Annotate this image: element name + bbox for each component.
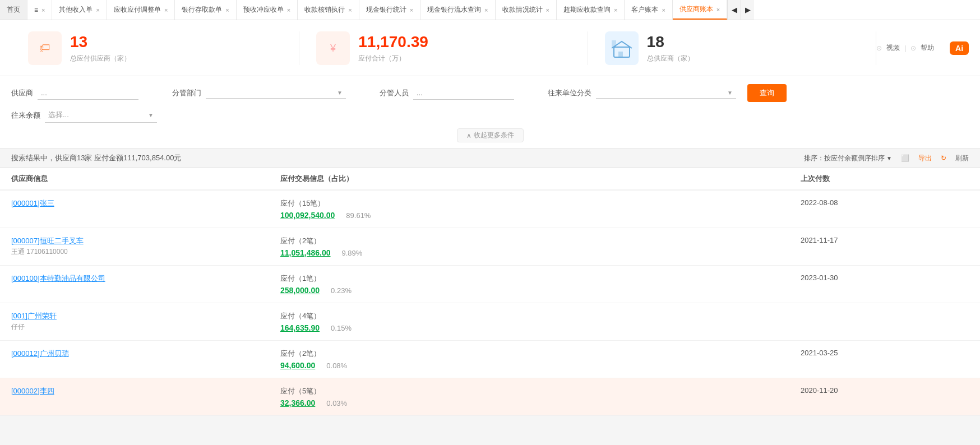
data-table: 供应商信息 应付交易信息（占比） 上次付数 [000001]张三 应付（15笔）… <box>0 168 980 416</box>
sort-chevron-icon: ▼ <box>886 155 892 161</box>
filter-row-2: 往来余额 选择... ▼ <box>11 108 969 123</box>
table-header: 供应商信息 应付交易信息（占比） 上次付数 <box>0 168 980 191</box>
supplier-info-cell: [000007]恒旺二手叉车 王通 17106110000 <box>11 236 280 257</box>
txn-amount[interactable]: 164,635.90 <box>280 323 320 332</box>
category-chevron-icon: ▼ <box>727 90 733 96</box>
dept-filter-select[interactable]: ▼ <box>206 87 346 99</box>
export-button[interactable]: 导出 <box>918 154 932 163</box>
nav-home[interactable]: 首页 <box>0 0 27 20</box>
transaction-cell: 应付（15笔） 100,092,540.00 89.61% <box>280 198 801 220</box>
balance-chevron-icon: ▼ <box>148 112 154 118</box>
sort-label[interactable]: 排序：按应付余额倒序排序 ▼ <box>804 154 892 163</box>
category-filter-label: 往来单位分类 <box>548 88 591 98</box>
svg-text:¥: ¥ <box>330 43 336 54</box>
transaction-cell: 应付（2笔） 94,600.00 0.08% <box>280 349 801 370</box>
nav-supplier-ledger[interactable]: 供应商账本 × <box>673 0 727 20</box>
table-row: [000100]本特勤油品有限公司 应付（1笔） 258,000.00 0.23… <box>0 266 980 303</box>
supplier-icon: 🏷 <box>28 31 62 65</box>
person-filter-label: 分管人员 <box>380 88 409 98</box>
balance-placeholder: 选择... <box>48 110 148 120</box>
dept-filter-label: 分管部门 <box>172 88 201 98</box>
total-suppliers-label: 总供应商（家） <box>647 54 694 63</box>
nav-receipt-stat[interactable]: 收款情况统计 × <box>496 0 557 20</box>
txn-amount[interactable]: 32,366.00 <box>280 398 315 407</box>
person-filter-input[interactable] <box>413 86 514 100</box>
supplier-link[interactable]: [000007]恒旺二手叉车 <box>11 236 280 246</box>
refresh-button[interactable]: 刷新 <box>955 154 969 163</box>
result-bar: 搜索结果中，供应商13家 应付金额111,703,854.00元 排序：按应付余… <box>0 149 980 168</box>
filter-category: 往来单位分类 ▼ <box>548 87 736 99</box>
nav-bank-deposit[interactable]: 银行存取款单 × <box>175 0 236 20</box>
supplier-sub: 仔仔 <box>11 322 280 332</box>
store-icon <box>605 31 639 65</box>
svg-text:🏷: 🏷 <box>39 41 50 54</box>
nav-prepay-offset[interactable]: 预收冲应收单 × <box>237 0 298 20</box>
help-link[interactable]: 帮助 <box>921 43 934 53</box>
nav-menu[interactable]: ≡ × <box>27 0 52 20</box>
svg-rect-6 <box>618 52 623 57</box>
filter-balance: 往来余额 选择... ▼ <box>11 108 157 123</box>
supplier-filter-label: 供应商 <box>11 88 33 98</box>
dept-chevron-icon: ▼ <box>337 90 343 96</box>
txn-pct: 89.61% <box>346 211 371 220</box>
col-supplier-info: 供应商信息 <box>11 174 280 184</box>
txn-amount[interactable]: 100,092,540.00 <box>280 211 335 220</box>
supplier-link[interactable]: [000100]本特勤油品有限公司 <box>11 274 280 284</box>
last-pay-cell: 2021-03-25 <box>801 349 969 357</box>
payable-total-label: 应付合计（万） <box>358 54 428 63</box>
filter-supplier: 供应商 <box>11 86 138 100</box>
last-pay-cell: 2023-01-30 <box>801 274 969 282</box>
summary-bar: 🏷 13 总应付供应商（家） ¥ 11,170.39 应付合计（万） <box>0 20 980 76</box>
nav-cash-bank-stat[interactable]: 现金银行统计 × <box>359 0 420 20</box>
nav-overdue-ar[interactable]: 超期应收款查询 × <box>557 0 625 20</box>
category-filter-select[interactable]: ▼ <box>596 87 736 99</box>
summary-card-payable-total: ¥ 11,170.39 应付合计（万） <box>299 31 588 65</box>
balance-filter-label: 往来余额 <box>11 110 40 120</box>
txn-amount[interactable]: 94,600.00 <box>280 361 315 370</box>
transaction-cell: 应付（4笔） 164,635.90 0.15% <box>280 311 801 332</box>
chevron-up-icon: ∧ <box>466 132 471 140</box>
nav-other-income[interactable]: 其他收入单 × <box>52 0 107 20</box>
filter-area: 供应商 分管部门 ▼ 分管人员 往来单位分类 ▼ 查询 往来余额 选择 <box>0 76 980 149</box>
nav-receipt-exec[interactable]: 收款核销执行 × <box>298 0 359 20</box>
table-row: [000007]恒旺二手叉车 王通 17106110000 应付（2笔） 11,… <box>0 228 980 266</box>
supplier-link[interactable]: [000012]广州贝瑞 <box>11 349 280 359</box>
supplier-filter-input[interactable] <box>38 86 138 100</box>
collapse-button[interactable]: ∧ 收起更多条件 <box>457 128 524 142</box>
nav-cash-bank-flow[interactable]: 现金银行流水查询 × <box>420 0 495 20</box>
last-pay-cell: 2020-11-20 <box>801 386 969 395</box>
video-link[interactable]: 视频 <box>886 43 900 53</box>
query-button[interactable]: 查询 <box>747 84 787 102</box>
circle-icon: ⊙ <box>876 44 882 52</box>
nav-prev-arrow[interactable]: ◀ <box>727 0 741 20</box>
txn-pct: 0.03% <box>326 399 347 407</box>
txn-label: 应付（5笔） <box>280 386 801 396</box>
supplier-link[interactable]: [000002]李四 <box>11 386 280 396</box>
right-actions: 排序：按应付余额倒序排序 ▼ ⬜ 导出 ↻ 刷新 <box>804 154 969 163</box>
txn-pct: 0.15% <box>331 324 352 332</box>
export-icon: ⬜ <box>901 154 909 162</box>
result-text: 搜索结果中，供应商13家 应付金额111,703,854.00元 <box>11 153 181 163</box>
balance-filter-select[interactable]: 选择... ▼ <box>45 108 157 123</box>
txn-amount[interactable]: 258,000.00 <box>280 286 320 295</box>
ai-badge[interactable]: Ai <box>950 41 969 55</box>
txn-amount[interactable]: 11,051,486.00 <box>280 248 331 257</box>
total-suppliers-number: 18 <box>647 33 694 52</box>
nav-ar-ap-adjust[interactable]: 应收应付调整单 × <box>107 0 175 20</box>
supplier-info-cell: [000002]李四 <box>11 386 280 396</box>
summary-card-payable-suppliers: 🏷 13 总应付供应商（家） <box>11 31 299 65</box>
nav-next-arrow[interactable]: ▶ <box>741 0 754 20</box>
txn-label: 应付（1笔） <box>280 274 801 284</box>
supplier-link[interactable]: [000001]张三 <box>11 198 280 208</box>
col-transaction-info: 应付交易信息（占比） <box>280 174 801 184</box>
table-row: [000012]广州贝瑞 应付（2笔） 94,600.00 0.08% 2021… <box>0 341 980 378</box>
circle-icon2: ⊙ <box>910 44 916 52</box>
filter-row-1: 供应商 分管部门 ▼ 分管人员 往来单位分类 ▼ 查询 <box>11 84 969 102</box>
filter-dept: 分管部门 ▼ <box>172 87 346 99</box>
table-row: [000001]张三 应付（15笔） 100,092,540.00 89.61%… <box>0 191 980 228</box>
top-right-links: ⊙ 视频 | ⊙ 帮助 Ai <box>876 41 969 55</box>
nav-customer-ledger[interactable]: 客户账本 × <box>625 0 672 20</box>
supplier-link[interactable]: [001]广州荣轩 <box>11 311 280 321</box>
txn-label: 应付（15笔） <box>280 198 801 208</box>
txn-pct: 9.89% <box>342 249 363 257</box>
